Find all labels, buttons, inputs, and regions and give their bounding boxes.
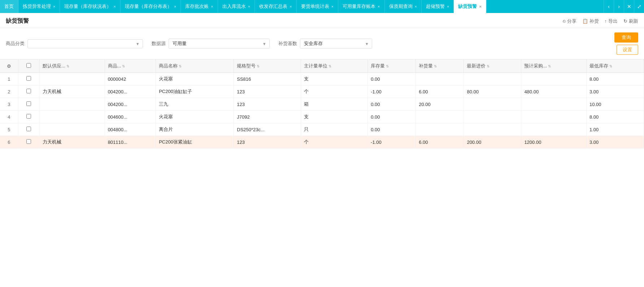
row-checkbox-cell[interactable] (18, 85, 40, 98)
close-icon[interactable]: × (290, 4, 292, 9)
column-default-supplier[interactable]: 默认供应... ⇅ (40, 59, 105, 73)
column-checkbox (18, 59, 40, 73)
replenish-basis-label: 补货基数 (278, 40, 297, 47)
replenish-basis-select[interactable]: 安全库存 ▾ (300, 39, 372, 49)
cell-min-stock: 3.00 (586, 85, 644, 98)
datasource-select[interactable]: 可用量 ▾ (169, 39, 270, 49)
expand-button[interactable]: ⤢ (634, 0, 644, 13)
cell-product-code: 004600... (105, 111, 156, 123)
close-tab-button[interactable]: ✕ (624, 0, 634, 13)
col-label: 补货量 (419, 63, 433, 69)
sort-icon: ⇅ (609, 64, 612, 68)
column-unit[interactable]: 主计量单位 ⇅ (301, 59, 368, 73)
cell-stock: 0.00 (368, 73, 416, 85)
cell-default-supplier: 力天机械 (40, 136, 105, 149)
col-label: 最低库存 (589, 63, 608, 69)
cell-min-stock: 8.00 (586, 73, 644, 85)
close-icon[interactable]: × (378, 4, 380, 9)
settings-button[interactable]: 设置 (617, 45, 638, 55)
sort-icon: ⇅ (487, 64, 489, 68)
row-checkbox-cell[interactable] (18, 123, 40, 136)
refresh-button[interactable]: ↻ 刷新 (623, 18, 638, 25)
column-stock[interactable]: 库存量 ⇅ (368, 59, 416, 73)
cell-product-name: 火花塞 (156, 73, 234, 85)
sort-icon: ⇅ (328, 64, 331, 68)
tab-label: 缺货预警 (458, 3, 477, 10)
row-checkbox[interactable] (26, 139, 31, 144)
column-replenish[interactable]: 补货量 ⇅ (416, 59, 464, 73)
table-row: 2 力天机械 004200... PC200油缸缸子 123 个 -1.00 6… (0, 85, 644, 98)
cell-min-stock: 10.00 (586, 98, 644, 111)
tab-flow[interactable]: 出入库流水 × (218, 0, 255, 13)
cell-unit: 个 (301, 136, 368, 149)
export-button[interactable]: ↑ 导出 (605, 18, 618, 25)
column-latest-price[interactable]: 最新进价 ⇅ (464, 59, 521, 73)
cell-stock: 0.00 (368, 98, 416, 111)
tab-summary[interactable]: 收发存汇总表 × (255, 0, 296, 13)
shortage-table: ⚙ 默认供应... ⇅ 商品... ⇅ (0, 59, 644, 149)
tab-available-stock[interactable]: 可用量库存账本 × (338, 0, 384, 13)
tab-expiry[interactable]: 保质期查询 × (385, 0, 422, 13)
column-est-purchase[interactable]: 预计采购... ⇅ (521, 59, 587, 73)
tab-overstock[interactable]: 超储预警 × (422, 0, 454, 13)
row-checkbox-cell[interactable] (18, 73, 40, 85)
row-number: 4 (0, 111, 18, 123)
close-icon[interactable]: × (248, 4, 250, 9)
row-checkbox[interactable] (26, 76, 31, 81)
column-gear[interactable]: ⚙ (0, 59, 18, 73)
next-tab-button[interactable]: › (614, 0, 624, 13)
tab-inventory-status[interactable]: 现存量（库存状况表） × (60, 0, 120, 13)
column-product-name[interactable]: 商品名称 ⇅ (156, 59, 234, 73)
col-label: 商品... (108, 63, 121, 69)
cell-est-purchase (521, 98, 587, 111)
refresh-label: 刷新 (629, 18, 638, 25)
row-checkbox[interactable] (26, 127, 31, 131)
share-icon: ⎋ (563, 18, 566, 24)
replenish-basis-value: 安全库存 (304, 40, 323, 47)
row-checkbox-cell[interactable] (18, 98, 40, 111)
page-header: 缺货预警 ⎋ 分享 📋 补货 ↑ 导出 ↻ 刷新 (0, 13, 644, 28)
cell-est-purchase (521, 73, 587, 85)
tab-requisition[interactable]: 要货单统计表 × (297, 0, 338, 13)
tab-picking-anomaly[interactable]: 拣货异常处理 × (18, 0, 60, 13)
close-icon[interactable]: × (479, 4, 481, 9)
col-label: 库存量 (371, 63, 385, 69)
share-button[interactable]: ⎋ 分享 (563, 18, 576, 25)
close-icon[interactable]: × (53, 4, 55, 9)
close-icon[interactable]: × (331, 4, 334, 9)
row-checkbox[interactable] (26, 114, 31, 119)
select-all-checkbox[interactable] (26, 63, 31, 68)
tab-inventory-dist[interactable]: 现存量（库存分布表） × (121, 0, 181, 13)
table-row: 4 004600... 火花塞 J7092 支 0.00 8.00 (0, 111, 644, 123)
cell-latest-price (464, 98, 521, 111)
close-icon[interactable]: × (174, 4, 176, 9)
row-checkbox-cell[interactable] (18, 136, 40, 149)
col-label: 主计量单位 (304, 63, 327, 69)
column-product-code[interactable]: 商品... ⇅ (105, 59, 156, 73)
cell-min-stock: 8.00 (586, 111, 644, 123)
row-checkbox[interactable] (26, 101, 31, 106)
cell-min-stock: 3.00 (586, 136, 644, 149)
cell-product-name: PC200油缸缸子 (156, 85, 234, 98)
column-min-stock[interactable]: 最低库存 ⇅ (586, 59, 644, 73)
category-select[interactable]: ▾ (27, 39, 143, 48)
close-icon[interactable]: × (113, 4, 116, 9)
cell-product-code: 004200... (105, 98, 156, 111)
tab-shortage[interactable]: 缺货预警 × (454, 0, 486, 13)
close-icon[interactable]: × (211, 4, 213, 9)
prev-tab-button[interactable]: ‹ (604, 0, 614, 13)
tab-home[interactable]: 首页 (0, 0, 18, 13)
page-content: 缺货预警 ⎋ 分享 📋 补货 ↑ 导出 ↻ 刷新 商品分类 (0, 13, 644, 287)
row-checkbox[interactable] (26, 89, 31, 93)
replenish-button[interactable]: 📋 补货 (582, 18, 599, 25)
nav-controls: ‹ › ✕ ⤢ (604, 0, 644, 13)
close-icon[interactable]: × (447, 4, 449, 9)
column-spec[interactable]: 规格型号 ⇅ (234, 59, 301, 73)
tab-batch-account[interactable]: 库存批次账 × (181, 0, 218, 13)
tab-label: 要货单统计表 (301, 3, 329, 10)
cell-spec: J7092 (234, 111, 301, 123)
row-checkbox-cell[interactable] (18, 111, 40, 123)
tab-label: 库存批次账 (185, 3, 209, 10)
close-icon[interactable]: × (415, 4, 417, 9)
query-button[interactable]: 查询 (614, 32, 638, 43)
